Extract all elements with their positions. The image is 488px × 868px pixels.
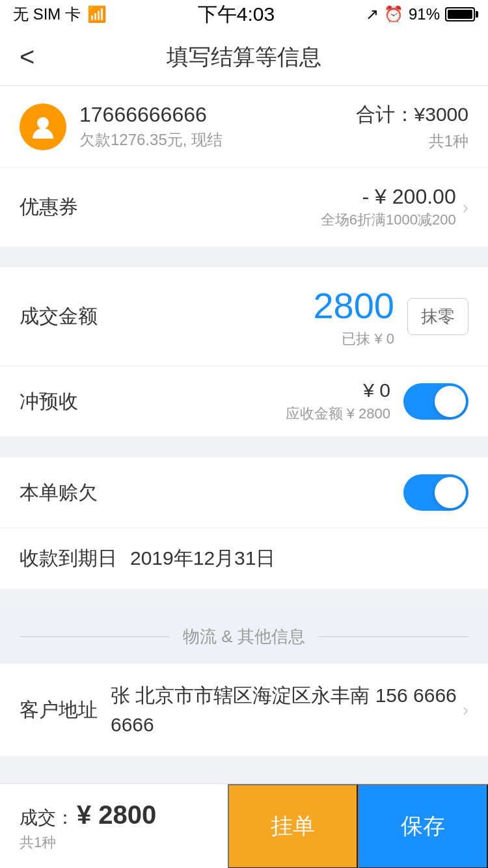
credit-toggle-knob	[435, 477, 466, 508]
divider-2	[0, 447, 488, 457]
deal-amount-note: 已抹 ¥ 0	[313, 329, 394, 349]
coupon-discount: - ¥ 200.00	[321, 185, 456, 209]
status-right: ↗ ⏰ 91%	[366, 5, 475, 23]
battery-percent: 91%	[409, 5, 440, 23]
toggle-knob	[435, 386, 466, 417]
credit-toggle[interactable]	[403, 474, 468, 511]
total-count: 共1种	[356, 131, 468, 152]
coupon-right: - ¥ 200.00 全场6折满1000减200 ›	[321, 185, 468, 230]
bottom-bar: 成交： ¥ 2800 共1种 挂单 保存	[0, 783, 488, 868]
content-area: 17666666666 欠款1276.35元, 现结 合计：¥3000 共1种 …	[0, 86, 488, 847]
precollect-right: ¥ 0 应收金额 ¥ 2800	[286, 379, 468, 424]
status-left: 无 SIM 卡 📶	[13, 4, 107, 25]
deal-amount-row: 成交金额 2800 已抹 ¥ 0 抹零	[0, 267, 488, 366]
bottom-deal-label: 成交：	[20, 806, 74, 830]
precollect-values: ¥ 0 应收金额 ¥ 2800	[286, 379, 390, 424]
customer-right: 合计：¥3000 共1种	[356, 102, 468, 152]
address-chevron: ›	[463, 699, 468, 720]
battery-icon	[445, 7, 475, 21]
svg-point-0	[37, 117, 49, 129]
coupon-row[interactable]: 优惠券 - ¥ 200.00 全场6折满1000减200 ›	[0, 168, 488, 247]
nav-bar: < 填写结算等信息	[0, 29, 488, 86]
back-button[interactable]: <	[20, 42, 59, 72]
bottom-summary: 成交： ¥ 2800 共1种	[0, 800, 228, 852]
round-zero-button[interactable]: 抹零	[407, 298, 468, 335]
deal-amount-values: 2800 已抹 ¥ 0	[313, 284, 394, 349]
alarm-icon: ⏰	[384, 5, 403, 23]
due-date-label: 收款到期日	[20, 545, 117, 572]
separator-1	[0, 257, 488, 267]
address-row[interactable]: 客户地址 张 北京市市辖区海淀区永丰南 156 6666 6666 ›	[0, 664, 488, 756]
deal-amount-right: 2800 已抹 ¥ 0 抹零	[313, 284, 468, 349]
customer-phone: 17666666666	[79, 103, 223, 127]
due-date-value: 2019年12月31日	[130, 545, 275, 572]
address-value: 张 北京市市辖区海淀区永丰南 156 6666 6666	[111, 681, 463, 739]
bottom-deal-line: 成交： ¥ 2800	[20, 800, 208, 830]
save-button[interactable]: 保存	[358, 784, 488, 869]
customer-card: 17666666666 欠款1276.35元, 现结 合计：¥3000 共1种 …	[0, 86, 488, 247]
bottom-count: 共1种	[20, 833, 208, 852]
precollect-receivable: 应收金额 ¥ 2800	[286, 404, 390, 424]
divider-3	[0, 599, 488, 610]
logistics-header: 物流 & 其他信息	[0, 610, 488, 664]
precollect-toggle[interactable]	[403, 383, 468, 420]
logistics-line-right	[318, 636, 468, 637]
deal-amount-card: 成交金额 2800 已抹 ¥ 0 抹零 冲预收 ¥ 0 应收金额 ¥ 2800	[0, 267, 488, 437]
deal-amount-value: 2800	[313, 284, 394, 327]
precollect-amount: ¥ 0	[286, 379, 390, 401]
precollect-row: 冲预收 ¥ 0 应收金额 ¥ 2800	[0, 366, 488, 437]
wifi-icon: 📶	[87, 5, 107, 23]
logistics-title: 物流 & 其他信息	[183, 625, 305, 648]
coupon-chevron: ›	[463, 197, 468, 218]
credit-label: 本单赊欠	[20, 480, 98, 506]
customer-row: 17666666666 欠款1276.35元, 现结 合计：¥3000 共1种	[0, 86, 488, 168]
due-date-row: 收款到期日 2019年12月31日	[0, 528, 488, 589]
page-title: 填写结算等信息	[167, 42, 321, 72]
status-bar: 无 SIM 卡 📶 下午4:03 ↗ ⏰ 91%	[0, 0, 488, 29]
coupon-label: 优惠券	[20, 194, 78, 221]
customer-info: 17666666666 欠款1276.35元, 现结	[79, 103, 223, 150]
status-time: 下午4:03	[198, 1, 275, 28]
deal-amount-label: 成交金额	[20, 303, 98, 330]
address-label: 客户地址	[20, 697, 111, 724]
credit-card: 本单赊欠 收款到期日 2019年12月31日	[0, 457, 488, 589]
location-icon: ↗	[366, 5, 379, 23]
customer-left: 17666666666 欠款1276.35元, 现结	[20, 103, 223, 150]
coupon-content: - ¥ 200.00 全场6折满1000减200	[321, 185, 456, 230]
bottom-deal-amount: ¥ 2800	[77, 800, 156, 830]
carrier-label: 无 SIM 卡	[13, 4, 81, 25]
battery-fill	[448, 10, 472, 19]
pending-button[interactable]: 挂单	[228, 784, 358, 869]
customer-debt: 欠款1276.35元, 现结	[79, 129, 223, 150]
precollect-label: 冲预收	[20, 388, 78, 415]
logistics-line-left	[20, 636, 170, 637]
coupon-description: 全场6折满1000减200	[321, 210, 456, 230]
total-amount: 合计：¥3000	[356, 102, 468, 128]
credit-row: 本单赊欠	[0, 457, 488, 528]
avatar	[20, 103, 66, 150]
